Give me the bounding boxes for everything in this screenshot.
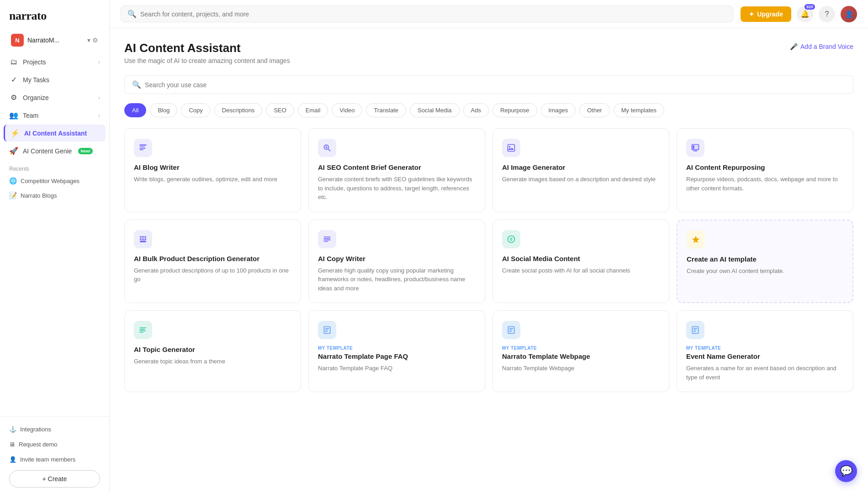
svg-rect-2 <box>140 148 146 149</box>
sidebar-item-projects[interactable]: 🗂 Projects › <box>4 54 106 70</box>
svg-rect-23 <box>140 329 145 330</box>
page-subtitle: Use the magic of AI to create amazing co… <box>124 57 290 64</box>
sidebar: narrato N NarratoM... ▾ ⚙ 🗂 Projects › ✓… <box>0 0 110 493</box>
chat-fab-button[interactable]: 💬 <box>835 460 857 482</box>
cards-grid: AI Blog Writer Write blogs, generate out… <box>124 128 853 392</box>
card-icon <box>134 230 152 248</box>
svg-point-9 <box>509 146 510 147</box>
logo: narrato <box>9 9 47 23</box>
template-badge: MY TEMPLATE <box>686 346 844 351</box>
filter-tab-repurpose[interactable]: Repurpose <box>492 103 537 117</box>
card-icon <box>686 321 704 339</box>
sidebar-item-organize[interactable]: ⚙ Organize › <box>4 89 106 106</box>
card-title: AI Social Media Content <box>502 255 660 262</box>
sidebar-item-my-tasks[interactable]: ✓ My Tasks <box>4 71 106 88</box>
integrations-link[interactable]: ⚓ Integrations <box>4 422 106 436</box>
sidebar-item-ai-content-assistant[interactable]: ⚡ AI Content Assistant <box>4 125 106 142</box>
template-badge: MY TEMPLATE <box>318 346 476 351</box>
filter-tab-social-media[interactable]: Social Media <box>410 103 459 117</box>
brand-voice-label: Add a Brand Voice <box>800 43 853 50</box>
filter-tab-images[interactable]: Images <box>541 103 576 117</box>
card-title: AI Topic Generator <box>134 346 291 353</box>
card-desc: Generate content briefs with SEO guideli… <box>318 175 476 202</box>
bell-icon: 🔔 <box>800 10 810 18</box>
notifications-button[interactable]: 🔔 920 <box>797 6 813 22</box>
filter-tab-descriptions[interactable]: Descriptions <box>214 103 263 117</box>
new-badge: New! <box>78 148 93 154</box>
card-ai-seo-brief[interactable]: AI SEO Content Brief Generator Generate … <box>308 128 485 212</box>
svg-line-5 <box>328 149 330 151</box>
card-ai-content-repurposing[interactable]: AI Content Repurposing Repurpose videos,… <box>677 128 853 212</box>
svg-rect-15 <box>324 236 331 237</box>
card-title: Narrato Template Page FAQ <box>318 352 476 360</box>
chat-icon: 💬 <box>840 465 852 477</box>
sidebar-item-label: AI Content Assistant <box>24 130 87 137</box>
recent-item-competitor-webpages[interactable]: 🌐 Competitor Webpages <box>4 174 106 188</box>
card-ai-bulk-product[interactable]: AI Bulk Product Description Generator Ge… <box>124 220 301 304</box>
help-button[interactable]: ? <box>819 6 835 22</box>
chevron-icon: › <box>98 94 100 101</box>
card-icon <box>502 139 520 157</box>
filter-tab-copy[interactable]: Copy <box>181 103 210 117</box>
logo-area: narrato <box>0 0 109 30</box>
use-case-input[interactable] <box>145 81 846 89</box>
sidebar-item-label: My Tasks <box>23 76 49 84</box>
svg-rect-31 <box>509 328 513 329</box>
main-content: 🔍 ✦ Upgrade 🔔 920 ? 👤 AI Content Assista… <box>110 0 868 493</box>
card-ai-topic-generator[interactable]: AI Topic Generator Generate topic ideas … <box>124 310 301 392</box>
filter-tab-seo[interactable]: SEO <box>266 103 294 117</box>
template-badge: MY TEMPLATE <box>502 346 660 351</box>
filter-tab-blog[interactable]: Blog <box>150 103 177 117</box>
search-input[interactable] <box>140 10 726 18</box>
help-icon: ? <box>825 10 829 18</box>
svg-rect-29 <box>325 331 328 332</box>
card-ai-copy-writer[interactable]: AI Copy Writer Generate high quality cop… <box>308 220 485 304</box>
card-ai-blog-writer[interactable]: AI Blog Writer Write blogs, generate out… <box>124 128 301 212</box>
user-avatar[interactable]: 👤 <box>841 6 857 22</box>
svg-marker-21 <box>692 236 700 243</box>
team-icon: 👥 <box>9 111 18 120</box>
filter-tab-email[interactable]: Email <box>298 103 328 117</box>
upgrade-button[interactable]: ✦ Upgrade <box>741 6 791 22</box>
recent-item-narrato-blogs[interactable]: 📝 Narrato Blogs <box>4 189 106 202</box>
recent-item-label: Competitor Webpages <box>21 178 79 184</box>
integrations-icon: ⚓ <box>9 426 16 433</box>
add-brand-voice-button[interactable]: 🎤 Add a Brand Voice <box>790 41 853 50</box>
upgrade-label: Upgrade <box>757 10 783 18</box>
use-case-search-bar[interactable]: 🔍 <box>124 75 853 94</box>
card-create-ai-template[interactable]: Create an AI template Create your own AI… <box>677 220 853 304</box>
sidebar-bottom: ⚓ Integrations 🖥 Request demo 👤 Invite t… <box>0 416 109 493</box>
request-demo-link[interactable]: 🖥 Request demo <box>4 437 106 451</box>
workspace-settings-icon[interactable]: ⚙ <box>92 37 98 44</box>
card-icon <box>134 321 152 339</box>
workspace-chevron-icon[interactable]: ▾ <box>87 37 90 44</box>
global-search[interactable]: 🔍 <box>121 5 733 22</box>
invite-team-link[interactable]: 👤 Invite team members <box>4 452 106 467</box>
svg-rect-18 <box>324 241 328 242</box>
card-icon <box>134 139 152 157</box>
chevron-icon: › <box>98 59 100 65</box>
filter-tab-ads[interactable]: Ads <box>463 103 489 117</box>
svg-text:#: # <box>510 236 513 242</box>
card-event-name-generator[interactable]: MY TEMPLATE Event Name Generator Generat… <box>677 310 853 392</box>
svg-rect-27 <box>325 328 329 329</box>
sidebar-item-team[interactable]: 👥 Team › <box>4 107 106 124</box>
card-narrato-template-faq[interactable]: MY TEMPLATE Narrato Template Page FAQ Na… <box>308 310 485 392</box>
filter-tab-video[interactable]: Video <box>332 103 362 117</box>
card-ai-social-media[interactable]: # AI Social Media Content Create social … <box>492 220 669 304</box>
card-title: Narrato Template Webpage <box>502 352 660 360</box>
sidebar-item-label: AI Content Genie <box>23 147 72 155</box>
create-button[interactable]: + Create <box>9 470 100 488</box>
demo-icon: 🖥 <box>9 441 15 448</box>
filter-tab-translate[interactable]: Translate <box>366 103 406 117</box>
sidebar-item-ai-content-genie[interactable]: 🚀 AI Content Genie New! <box>4 142 106 159</box>
card-ai-image-generator[interactable]: AI Image Generator Generate images based… <box>492 128 669 212</box>
ai-assistant-icon: ⚡ <box>11 129 20 137</box>
card-narrato-template-webpage[interactable]: MY TEMPLATE Narrato Template Webpage Nar… <box>492 310 669 392</box>
filter-tab-all[interactable]: All <box>124 103 146 117</box>
notification-badge: 920 <box>804 4 815 10</box>
filter-tab-other[interactable]: Other <box>579 103 610 117</box>
filter-tab-my-templates[interactable]: My templates <box>614 103 664 117</box>
workspace-selector[interactable]: N NarratoM... ▾ ⚙ <box>4 30 106 50</box>
svg-rect-1 <box>140 147 145 147</box>
